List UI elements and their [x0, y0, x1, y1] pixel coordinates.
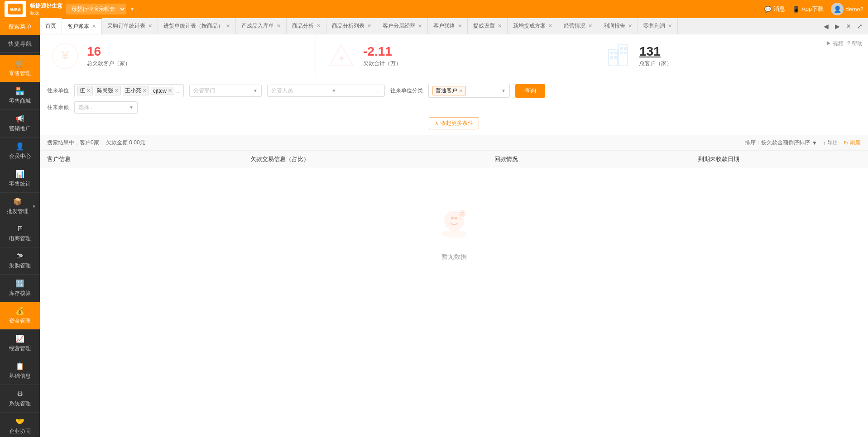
filter-tag-wu[interactable]: 伍 ✕: [77, 86, 93, 95]
filter-tag-wang[interactable]: 王小亮 ✕: [123, 86, 149, 95]
sidebar-item-collab[interactable]: 🤝 企业协同: [0, 413, 40, 437]
sidebar-item-system[interactable]: ⚙ 系统管理: [0, 385, 40, 413]
dept-filter[interactable]: 分管部门 ▼: [189, 85, 262, 97]
retail-mall-icon: 🏪: [2, 87, 38, 95]
sidebar-item-inventory[interactable]: 🔢 库存核算: [0, 275, 40, 302]
top-bar-right: 💬 消息 📱 App下载 👤 demo2: [764, 3, 863, 15]
user-profile[interactable]: 👤 demo2: [831, 3, 863, 15]
avatar: 👤: [831, 3, 844, 15]
tab-customer-ledger-close[interactable]: ✕: [92, 24, 96, 29]
tab-customer-contact[interactable]: 客户联络 ✕: [428, 18, 468, 34]
tab-product-inbound-close[interactable]: ✕: [277, 23, 281, 29]
tab-commission-settings[interactable]: 提成设置 ✕: [468, 18, 508, 34]
sidebar-item-finance[interactable]: 💰 资金管理: [0, 302, 40, 330]
tab-fullscreen-btn[interactable]: ⤢: [854, 21, 865, 32]
retail-mgmt-icon: 🛒: [2, 59, 38, 68]
help-btn[interactable]: ? 帮助: [847, 40, 863, 48]
filter-tag-cjttcw-close[interactable]: ✕: [168, 88, 172, 94]
overdue-customers-label: 总欠款客户（家）: [87, 60, 130, 67]
tab-new-commission-close[interactable]: ✕: [548, 23, 552, 29]
tab-customer-ledger[interactable]: 客户账本 ✕: [62, 18, 102, 34]
stat-text-total: 131 总客户（家）: [639, 45, 672, 67]
sort-btn[interactable]: 排序：按欠款金额倒序排序 ▼: [745, 139, 817, 147]
tab-operations[interactable]: 经营情况 ✕: [558, 18, 598, 34]
video-help-btn[interactable]: ▶ 视频: [826, 40, 844, 48]
stat-text-amount: -2.11 欠款合计（万）: [363, 45, 401, 67]
tab-customer-contact-close[interactable]: ✕: [458, 23, 462, 29]
wholesale-icon: 📦: [13, 197, 22, 206]
sidebar-item-operations[interactable]: 📈 经营管理: [0, 330, 40, 357]
tab-customer-tier-close[interactable]: ✕: [418, 23, 422, 29]
industry-select-arrow: ▼: [129, 6, 135, 12]
sidebar-item-wholesale[interactable]: 📦 批发管理 ▼: [0, 193, 40, 220]
sidebar-item-basic-info[interactable]: 📋 基础信息: [0, 357, 40, 385]
app-download-btn[interactable]: 📱 App下载: [792, 5, 824, 13]
tab-operations-close[interactable]: ✕: [588, 23, 592, 29]
dept-chevron-icon: ▼: [253, 88, 258, 93]
refresh-btn[interactable]: ↻ 刷新: [844, 139, 861, 147]
total-customers-number: 131: [639, 45, 672, 58]
sidebar-item-retail-mgmt[interactable]: 🛒 零售管理: [0, 55, 40, 82]
tab-product-analysis[interactable]: 商品分析 ✕: [287, 18, 326, 34]
tab-purchase-order-close[interactable]: ✕: [148, 23, 152, 29]
help-icon: ?: [847, 40, 850, 47]
tab-profit-report-close[interactable]: ✕: [628, 23, 632, 29]
tab-product-analysis-list[interactable]: 商品分析列表 ✕: [326, 18, 377, 34]
tab-new-commission[interactable]: 新增提成方案 ✕: [508, 18, 558, 34]
unit-class-selected-tag[interactable]: 普通客户 ✕: [432, 86, 466, 95]
tab-prev-btn[interactable]: ◀: [821, 21, 831, 32]
filter-tag-wang-close[interactable]: ✕: [143, 88, 147, 94]
sidebar-item-retail-stats[interactable]: 📊 零售统计: [0, 165, 40, 193]
sidebar-item-member[interactable]: 👤 会员中心: [0, 138, 40, 165]
unit-class-tag-close[interactable]: ✕: [459, 88, 463, 93]
empty-illustration: [436, 204, 472, 247]
sidebar-search[interactable]: 搜索菜单: [0, 18, 40, 35]
filter-tag-chen[interactable]: 陈民强 ✕: [95, 86, 121, 95]
main-layout: 搜索菜单 快捷导航 🛒 零售管理 🏪 零售商城 📢 营销推广 👤 会员中心 📊 …: [0, 18, 868, 437]
unit-filter-tags[interactable]: 伍 ✕ 陈民强 ✕ 王小亮 ✕ cjttcw ✕: [74, 84, 184, 97]
filter-tag-cjttcw[interactable]: cjttcw ✕: [151, 87, 174, 95]
industry-select[interactable]: 母婴行业演示帐套: [66, 4, 126, 14]
svg-point-20: [459, 210, 466, 217]
collapse-btn[interactable]: ∧ 收起更多条件: [429, 117, 479, 129]
filter-tag-wu-close[interactable]: ✕: [86, 88, 91, 94]
operations-icon: 📈: [2, 334, 38, 343]
page-content: ¥ 16 总欠款客户（家） ✦: [40, 34, 868, 437]
filter-more-btn[interactable]: ...: [176, 88, 181, 94]
balance-filter[interactable]: 选择... ▼: [74, 101, 138, 114]
tab-product-analysis-close[interactable]: ✕: [317, 23, 321, 29]
svg-rect-10: [610, 56, 613, 59]
tab-retail-profit-close[interactable]: ✕: [668, 23, 672, 29]
tab-purchase-order-stats[interactable]: 采购订单统计表 ✕: [102, 18, 158, 34]
tab-inbound-stats[interactable]: 进货单统计表（按商品） ✕: [158, 18, 236, 34]
tab-retail-profit[interactable]: 零售利润 ✕: [638, 18, 678, 34]
tab-customer-tier[interactable]: 客户分层经营 ✕: [377, 18, 428, 34]
tab-commission-close[interactable]: ✕: [498, 23, 502, 29]
tab-home[interactable]: 首页: [40, 18, 62, 34]
retail-stats-icon: 📊: [2, 170, 38, 178]
top-bar: 畅捷通 畅捷通好生意 标版 母婴行业演示帐套 ▼ 💬 消息 📱 App下载 👤 …: [0, 0, 868, 18]
export-btn[interactable]: ↑ 导出: [823, 139, 838, 147]
svg-text:¥: ¥: [61, 48, 69, 62]
sidebar-item-marketing[interactable]: 📢 营销推广: [0, 110, 40, 138]
tab-inbound-close[interactable]: ✕: [226, 23, 230, 29]
sidebar-item-ecommerce[interactable]: 🖥 电商管理: [0, 220, 40, 247]
tab-product-inbound[interactable]: 产成品入库单 ✕: [236, 18, 287, 34]
finance-icon: 💰: [2, 307, 38, 315]
message-btn[interactable]: 💬 消息: [764, 5, 785, 13]
overdue-customers-number: 16: [87, 45, 130, 58]
tab-close-all-btn[interactable]: ✕: [844, 21, 854, 31]
collapse-icon: ∧: [435, 120, 439, 127]
sidebar-item-purchase[interactable]: 🛍 采购管理: [0, 247, 40, 275]
sidebar-quick-nav[interactable]: 快捷导航: [0, 35, 40, 53]
tab-product-list-close[interactable]: ✕: [367, 23, 371, 29]
query-button[interactable]: 查询: [515, 84, 545, 98]
tab-profit-report[interactable]: 利润报告 ✕: [598, 18, 638, 34]
table-header: 客户信息 欠款交易信息（占比） 回款情况 到期未收款日期: [40, 151, 868, 168]
sidebar-item-retail-mall[interactable]: 🏪 零售商城: [0, 82, 40, 110]
filter-tag-chen-close[interactable]: ✕: [115, 88, 119, 94]
unit-class-filter[interactable]: 普通客户 ✕ ▼: [428, 84, 510, 98]
person-filter[interactable]: 分管人员 ▼ ···: [267, 85, 385, 97]
col-transaction-info: 欠款交易信息（占比）: [250, 155, 494, 163]
tab-next-btn[interactable]: ▶: [832, 21, 843, 32]
